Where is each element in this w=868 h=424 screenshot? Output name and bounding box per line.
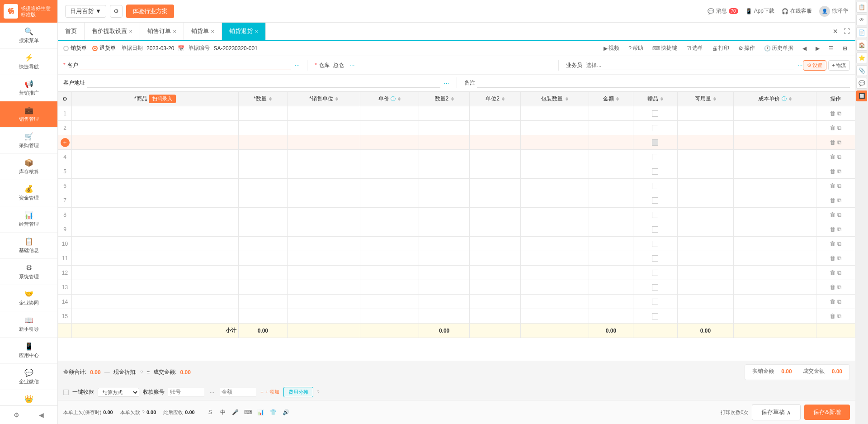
delete-row-btn[interactable]: 🗑	[829, 239, 836, 248]
product-cell-9[interactable]	[72, 222, 239, 237]
cost-cell-2[interactable]	[734, 121, 816, 135]
gift-checkbox-12[interactable]	[652, 270, 658, 276]
unit-cell-4[interactable]	[287, 150, 360, 164]
product-cell-13[interactable]	[72, 280, 239, 295]
price-cell-14[interactable]	[360, 295, 419, 309]
qty-cell-10[interactable]	[238, 237, 287, 251]
qty2-cell-14[interactable]	[419, 295, 470, 309]
unit-cell-5[interactable]	[287, 164, 360, 179]
salesperson-input[interactable]	[584, 61, 794, 70]
delete-row-btn[interactable]: 🗑	[829, 225, 836, 233]
price-cell-12[interactable]	[360, 266, 419, 280]
qty-cell-9[interactable]	[238, 222, 287, 237]
gift-checkbox-6[interactable]	[652, 183, 658, 189]
qty-cell-6[interactable]	[238, 179, 287, 193]
online-service-btn[interactable]: 🎧 在线客服	[782, 7, 812, 15]
copy-row-btn[interactable]: ⧉	[836, 268, 842, 277]
amount-cell-2[interactable]	[589, 121, 633, 135]
gift-cell-10[interactable]	[633, 237, 677, 251]
qty2-cell-15[interactable]	[419, 309, 470, 324]
qty2-cell-4[interactable]	[419, 150, 470, 164]
cost-cell-14[interactable]	[734, 295, 816, 309]
expense-split-btn[interactable]: 费用分摊	[283, 387, 313, 397]
pack-cell-9[interactable]	[521, 222, 589, 237]
copy-row-btn[interactable]: ⧉	[836, 138, 842, 147]
sidebar-collapse-btn[interactable]: ◀	[37, 410, 46, 420]
tool-icon-6[interactable]: 🔊	[282, 408, 291, 417]
copy-row-btn[interactable]: ⧉	[836, 254, 842, 263]
available-cell-15[interactable]	[677, 309, 733, 324]
pack-cell-10[interactable]	[521, 237, 589, 251]
tab-price-extract[interactable]: 售价提取设置 ✕	[85, 23, 140, 40]
debt-question-icon[interactable]: ?	[142, 410, 145, 415]
gift-cell-2[interactable]	[633, 121, 677, 135]
gift-checkbox-10[interactable]	[652, 241, 658, 247]
pack-cell-11[interactable]	[521, 251, 589, 266]
gift-checkbox-7[interactable]	[652, 197, 658, 204]
cost-cell-15[interactable]	[734, 309, 816, 324]
save-new-btn[interactable]: 保存&新增	[804, 405, 850, 420]
price-cell-11[interactable]	[360, 251, 419, 266]
amount-cell-3[interactable]	[589, 135, 633, 150]
price-cell-2[interactable]	[360, 121, 419, 135]
unit-cell-13[interactable]	[287, 280, 360, 295]
unit2-cell-15[interactable]	[470, 309, 521, 324]
delete-row-btn[interactable]: 🗑	[829, 181, 836, 190]
gift-cell-15[interactable]	[633, 309, 677, 324]
prev-record-btn[interactable]: ◀	[800, 44, 809, 52]
amount-cell-11[interactable]	[589, 251, 633, 266]
delete-row-btn[interactable]: 🗑	[829, 124, 836, 132]
pack-cell-3[interactable]	[521, 135, 589, 150]
gift-cell-9[interactable]	[633, 222, 677, 237]
cost-cell-13[interactable]	[734, 280, 816, 295]
tab-close-icon[interactable]: ✕	[211, 29, 214, 34]
sidebar-item-operations[interactable]: 📊 经营管理	[0, 206, 57, 233]
gift-checkbox-3[interactable]	[652, 139, 658, 146]
qty-cell-14[interactable]	[238, 295, 287, 309]
amount-cell-5[interactable]	[589, 164, 633, 179]
warehouse-select-btn[interactable]: ···	[349, 62, 355, 69]
gift-checkbox-9[interactable]	[652, 226, 658, 233]
available-cell-6[interactable]	[677, 179, 733, 193]
delete-row-btn[interactable]: 🗑	[829, 109, 836, 118]
qty2-cell-1[interactable]	[419, 106, 470, 121]
delete-row-btn[interactable]: 🗑	[829, 283, 836, 291]
tab-close-icon[interactable]: ✕	[173, 29, 176, 34]
unit2-cell-2[interactable]	[470, 121, 521, 135]
available-cell-4[interactable]	[677, 150, 733, 164]
sidebar-item-guide[interactable]: 📖 新手引导	[0, 311, 57, 338]
amount-cell-7[interactable]	[589, 193, 633, 208]
price-cell-7[interactable]	[360, 193, 419, 208]
unit2-cell-4[interactable]	[470, 150, 521, 164]
delete-row-btn[interactable]: 🗑	[829, 254, 836, 262]
gift-checkbox-15[interactable]	[652, 313, 658, 319]
radio-return-label[interactable]: 退货单	[92, 44, 116, 52]
available-cell-10[interactable]	[677, 237, 733, 251]
unit2-cell-9[interactable]	[470, 222, 521, 237]
amount-cell-13[interactable]	[589, 280, 633, 295]
sidebar-settings-btn[interactable]: ⚙	[12, 410, 21, 420]
gift-checkbox-8[interactable]	[652, 212, 658, 218]
calendar-icon[interactable]: 📅	[178, 45, 184, 52]
available-cell-12[interactable]	[677, 266, 733, 280]
user-profile[interactable]: 👤 徐泽华	[819, 6, 848, 17]
price-cell-4[interactable]	[360, 150, 419, 164]
available-cell-13[interactable]	[677, 280, 733, 295]
qty2-cell-5[interactable]	[419, 164, 470, 179]
amount-cell-9[interactable]	[589, 222, 633, 237]
copy-row-btn[interactable]: ⧉	[836, 109, 842, 118]
price-cell-10[interactable]	[360, 237, 419, 251]
gift-checkbox-14[interactable]	[652, 299, 658, 305]
qty2-cell-12[interactable]	[419, 266, 470, 280]
pack-cell-13[interactable]	[521, 280, 589, 295]
product-cell-3[interactable]	[72, 135, 239, 150]
gift-checkbox-5[interactable]	[652, 168, 658, 175]
available-cell-7[interactable]	[677, 193, 733, 208]
unit-cell-2[interactable]	[287, 121, 360, 135]
amount-input[interactable]	[220, 388, 256, 396]
note-input[interactable]	[477, 78, 850, 88]
cost-cell-3[interactable]	[734, 135, 816, 150]
salesperson-select-btn[interactable]: ···	[797, 62, 803, 69]
address-select-btn[interactable]: ···	[444, 79, 449, 86]
discount-question-icon[interactable]: ?	[140, 370, 143, 375]
